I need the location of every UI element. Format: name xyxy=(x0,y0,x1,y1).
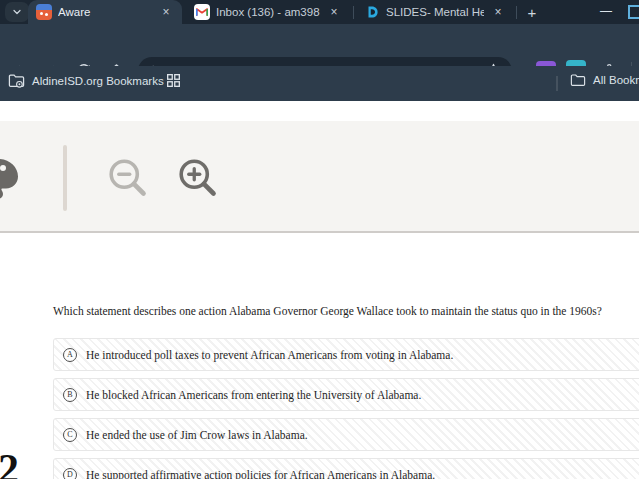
tab-close-button[interactable]: × xyxy=(326,4,342,20)
bookmarks-separator xyxy=(556,76,558,91)
slides-favicon-icon xyxy=(364,4,380,20)
window-minimize-button[interactable]: — xyxy=(596,1,616,21)
window-maximize-button[interactable] xyxy=(628,5,639,19)
option-text: He ended the use of Jim Crow laws in Ala… xyxy=(86,429,308,441)
managed-folder-icon xyxy=(8,73,25,88)
tab-slides[interactable]: SLIDES- Mental Heal × xyxy=(356,0,514,24)
color-palette-icon[interactable] xyxy=(0,155,22,203)
option-text: He supported affirmative action policies… xyxy=(86,469,435,479)
gmail-favicon-icon xyxy=(194,4,210,20)
bookmark-label: AldineISD.org Bookmarks xyxy=(32,75,164,87)
grid-icon xyxy=(166,73,181,88)
folder-icon xyxy=(570,73,586,87)
toolbar-divider xyxy=(63,145,67,211)
answer-option-c[interactable]: C He ended the use of Jim Crow laws in A… xyxy=(53,418,639,451)
new-tab-button[interactable]: + xyxy=(521,2,543,22)
tab-gmail-inbox[interactable]: Inbox (136) - am398 × xyxy=(186,0,350,24)
tab-title: Aware xyxy=(58,6,152,18)
browser-toolbar: aldineisd.schoolobjects.com/aware2/onlin… xyxy=(0,24,639,66)
question-number: 2 xyxy=(0,448,19,479)
all-bookmarks-button[interactable]: All Bookmarks xyxy=(570,73,639,87)
option-letter-badge: D xyxy=(63,468,77,479)
option-text: He blocked African Americans from enteri… xyxy=(86,389,421,401)
tab-close-button[interactable]: × xyxy=(490,4,506,20)
answer-option-b[interactable]: B He blocked African Americans from ente… xyxy=(53,378,639,411)
tab-close-button[interactable]: × xyxy=(158,4,174,20)
all-bookmarks-label: All Bookmarks xyxy=(593,74,639,86)
tab-title: Inbox (136) - am398 xyxy=(216,6,320,18)
tab-bar: Aware × Inbox (136) - am398 × SLIDES- Me… xyxy=(0,0,639,24)
answer-option-d[interactable]: D He supported affirmative action polici… xyxy=(53,458,639,479)
browser-window: Aware × Inbox (136) - am398 × SLIDES- Me… xyxy=(0,0,639,479)
zoom-out-button[interactable] xyxy=(105,155,149,199)
tab-search-button[interactable] xyxy=(5,2,29,22)
aware-favicon-icon xyxy=(36,4,52,20)
tab-separator xyxy=(353,6,354,19)
option-letter-badge: C xyxy=(63,428,77,442)
tab-aware[interactable]: Aware × xyxy=(28,0,182,24)
option-letter-badge: A xyxy=(63,348,77,362)
answer-option-a[interactable]: A He introduced poll taxes to prevent Af… xyxy=(53,338,639,371)
option-letter-badge: B xyxy=(63,388,77,402)
tab-separator xyxy=(516,6,517,19)
zoom-in-button[interactable] xyxy=(175,155,219,199)
test-toolbar xyxy=(0,121,639,233)
option-text: He introduced poll taxes to prevent Afri… xyxy=(86,349,453,361)
bookmarks-bar: AldineISD.org Bookmarks All Bookmarks xyxy=(0,66,639,101)
question-text: Which statement describes one action Ala… xyxy=(53,305,613,317)
tab-title: SLIDES- Mental Heal xyxy=(386,6,484,18)
apps-grid-bookmark[interactable] xyxy=(166,73,181,88)
chevron-down-icon xyxy=(11,6,23,18)
managed-bookmarks-folder[interactable]: AldineISD.org Bookmarks xyxy=(8,73,164,88)
